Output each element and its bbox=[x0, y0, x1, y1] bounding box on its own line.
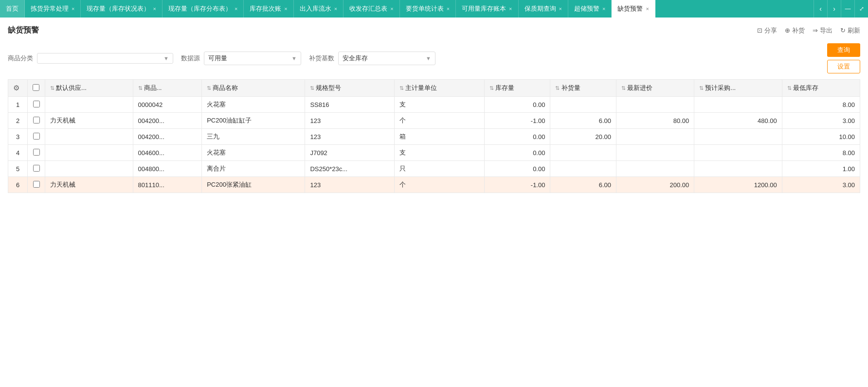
row-latest-price bbox=[616, 97, 694, 113]
row-spec: 123 bbox=[305, 113, 395, 129]
data-table: ⚙ 默认供应... 商品... 商品名称 规格型号 主计量单位 库存量 补货量 … bbox=[8, 79, 860, 193]
share-action[interactable]: ⊡ 分享 bbox=[757, 26, 777, 35]
refresh-action[interactable]: ↻ 刷新 bbox=[840, 26, 860, 35]
row-stock: 0.00 bbox=[484, 161, 550, 177]
row-checkbox[interactable] bbox=[33, 181, 40, 188]
datasource-filter-group: 数据源 可用量 ▼ bbox=[181, 52, 301, 65]
col-latest-price[interactable]: 最新进价 bbox=[616, 80, 694, 97]
row-checkbox[interactable] bbox=[33, 133, 40, 140]
tab-overstock[interactable]: 超储预警× bbox=[568, 0, 612, 18]
replenish-base-select[interactable]: 安全库存 ▼ bbox=[338, 52, 435, 65]
table-header-row: ⚙ 默认供应... 商品... 商品名称 规格型号 主计量单位 库存量 补货量 … bbox=[8, 80, 860, 97]
tab-label: 保质期查询 bbox=[524, 4, 556, 13]
table-row: 1 0000042 火花塞 SS816 支 0.00 8.00 bbox=[8, 97, 860, 113]
col-unit[interactable]: 主计量单位 bbox=[395, 80, 485, 97]
row-min-stock: 8.00 bbox=[782, 145, 860, 161]
page-title: 缺货预警 bbox=[8, 25, 39, 35]
tab-close-icon[interactable]: × bbox=[602, 6, 605, 12]
row-num: 5 bbox=[8, 161, 28, 177]
tab-close-icon[interactable]: × bbox=[284, 6, 287, 12]
tab-close-icon[interactable]: × bbox=[559, 6, 562, 12]
tab-inventory-status[interactable]: 现存量（库存状况表）× bbox=[81, 0, 162, 18]
tab-close-icon[interactable]: × bbox=[72, 6, 74, 12]
tab-receipt-summary[interactable]: 收发存汇总表× bbox=[344, 0, 399, 18]
query-button[interactable]: 查询 bbox=[827, 43, 860, 57]
tab-nav-buttons: ‹ › — ⤢ bbox=[814, 0, 868, 18]
tab-label: 现存量（库存分布表） bbox=[168, 4, 232, 13]
row-product-name: 火花塞 bbox=[202, 97, 305, 113]
row-checkbox[interactable] bbox=[33, 165, 40, 172]
tab-close-icon[interactable]: × bbox=[334, 6, 337, 12]
tab-order-stats[interactable]: 要货单统计表× bbox=[400, 0, 456, 18]
tab-available-ledger[interactable]: 可用量库存账本× bbox=[456, 0, 518, 18]
table-body: 1 0000042 火花塞 SS816 支 0.00 8.00 2 力天机械 0… bbox=[8, 97, 860, 193]
row-checkbox-cell bbox=[28, 129, 45, 145]
col-estimated-purchase[interactable]: 预计采购... bbox=[694, 80, 782, 97]
tab-inventory-dist[interactable]: 现存量（库存分布表）× bbox=[163, 0, 244, 18]
col-replenish-qty[interactable]: 补货量 bbox=[550, 80, 616, 97]
tab-minimize-button[interactable]: — bbox=[841, 0, 854, 18]
col-min-stock[interactable]: 最低库存 bbox=[782, 80, 860, 97]
row-supplier bbox=[45, 97, 133, 113]
refresh-label: 刷新 bbox=[848, 26, 860, 35]
tab-label: 可用量库存账本 bbox=[462, 4, 506, 13]
row-spec: J7092 bbox=[305, 145, 395, 161]
tab-inout-flow[interactable]: 出入库流水× bbox=[294, 0, 344, 18]
tab-label: 超储预警 bbox=[574, 4, 599, 13]
tab-close-icon[interactable]: × bbox=[153, 6, 156, 12]
row-product-code: 0000042 bbox=[133, 97, 202, 113]
tab-shortage[interactable]: 缺货预警× bbox=[612, 0, 655, 18]
column-settings-icon[interactable]: ⚙ bbox=[13, 84, 19, 92]
tab-prev-button[interactable]: ‹ bbox=[814, 0, 827, 18]
share-icon: ⊡ bbox=[757, 27, 762, 34]
tab-home[interactable]: 首页 bbox=[0, 0, 25, 18]
replenish-base-filter-group: 补货基数 安全库存 ▼ bbox=[309, 52, 435, 65]
row-product-code: 004200... bbox=[133, 129, 202, 145]
row-unit: 支 bbox=[395, 145, 485, 161]
tab-next-button[interactable]: › bbox=[827, 0, 841, 18]
row-product-name: PC200张紧油缸 bbox=[202, 177, 305, 193]
row-latest-price bbox=[616, 129, 694, 145]
row-checkbox-cell bbox=[28, 161, 45, 177]
tab-maximize-button[interactable]: ⤢ bbox=[854, 0, 868, 18]
row-checkbox[interactable] bbox=[33, 101, 40, 107]
row-num: 6 bbox=[8, 177, 28, 193]
tab-close-icon[interactable]: × bbox=[447, 6, 450, 12]
col-stock[interactable]: 库存量 bbox=[484, 80, 550, 97]
row-checkbox[interactable] bbox=[33, 149, 40, 156]
datasource-select[interactable]: 可用量 ▼ bbox=[204, 52, 301, 65]
tab-close-icon[interactable]: × bbox=[235, 6, 237, 12]
tab-batch-account[interactable]: 库存批次账× bbox=[244, 0, 293, 18]
tab-close-icon[interactable]: × bbox=[390, 6, 393, 12]
row-checkbox[interactable] bbox=[33, 117, 40, 123]
row-product-code: 004600... bbox=[133, 145, 202, 161]
row-stock: 0.00 bbox=[484, 97, 550, 113]
replenish-action[interactable]: ⊕ 补货 bbox=[785, 26, 805, 35]
row-product-code: 004200... bbox=[133, 113, 202, 129]
row-estimated-purchase bbox=[694, 97, 782, 113]
category-select[interactable]: ▼ bbox=[37, 53, 173, 64]
setting-button[interactable]: 设置 bbox=[827, 60, 860, 73]
table-row: 5 004800... 离合片 DS250*23c... 只 0.00 1.00 bbox=[8, 161, 860, 177]
row-product-name: PC200油缸缸子 bbox=[202, 113, 305, 129]
row-replenish-qty bbox=[550, 161, 616, 177]
row-unit: 支 bbox=[395, 97, 485, 113]
col-product-name[interactable]: 商品名称 bbox=[202, 80, 305, 97]
replenish-icon: ⊕ bbox=[785, 27, 790, 34]
tab-label: 出入库流水 bbox=[300, 4, 331, 13]
row-spec: 123 bbox=[305, 129, 395, 145]
tab-expiry-query[interactable]: 保质期查询× bbox=[519, 0, 568, 18]
export-action[interactable]: ⇒ 导出 bbox=[813, 26, 832, 35]
row-product-code: 801110... bbox=[133, 177, 202, 193]
select-all-checkbox[interactable] bbox=[33, 84, 39, 91]
tab-abnormal[interactable]: 拣货异常处理× bbox=[25, 0, 81, 18]
tab-close-icon[interactable]: × bbox=[646, 6, 649, 12]
filter-actions: 查询 设置 bbox=[827, 43, 860, 73]
row-unit: 个 bbox=[395, 113, 485, 129]
col-spec[interactable]: 规格型号 bbox=[305, 80, 395, 97]
col-product-code[interactable]: 商品... bbox=[133, 80, 202, 97]
share-label: 分享 bbox=[764, 26, 777, 35]
datasource-arrow-icon: ▼ bbox=[291, 55, 297, 61]
tab-close-icon[interactable]: × bbox=[509, 6, 512, 12]
col-supplier[interactable]: 默认供应... bbox=[45, 80, 133, 97]
